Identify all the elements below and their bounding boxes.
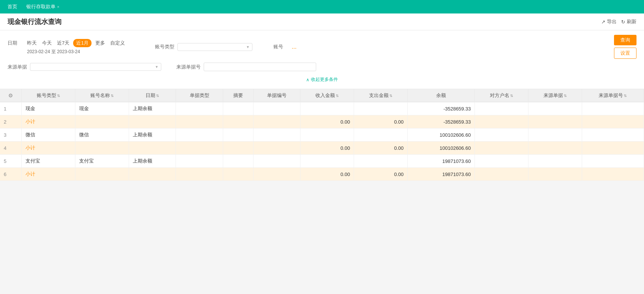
table-cell-doc_num [253, 142, 300, 155]
col-header-date[interactable]: 日期⇅ [129, 89, 176, 102]
table-cell-summary [223, 168, 253, 181]
table-cell-income [300, 155, 354, 168]
table-cell-gear: 3 [0, 128, 22, 142]
refresh-button[interactable]: ↻ 刷新 [621, 18, 636, 25]
date-option-更多[interactable]: 更多 [94, 39, 107, 47]
table-row: 6小计0.000.0019871073.60 [0, 168, 644, 181]
table-cell-doc_type [176, 102, 223, 115]
date-option-昨天[interactable]: 昨天 [26, 39, 38, 47]
table-cell-doc_num [253, 155, 300, 168]
table-cell-income [300, 102, 354, 115]
col-header-source_doc_num[interactable]: 来源单据号⇅ [582, 89, 644, 102]
table-cell-account_name: 支付宝 [75, 155, 129, 168]
table-cell-source_doc_num [582, 168, 644, 181]
table-cell-source_doc [528, 128, 582, 142]
date-range: 2023-02-24 至 2023-03-24 [27, 49, 80, 54]
col-header-summary: 摘要 [223, 89, 253, 102]
filter-area: 日期 昨天今天近7天近1月更多自定义 2023-02-24 至 2023-03-… [0, 30, 644, 89]
col-header-source_doc[interactable]: 来源单据⇅ [528, 89, 582, 102]
table-cell-account_type: 小计 [22, 168, 75, 181]
export-icon: ↗ [601, 19, 605, 25]
table-cell-balance: -3528659.33 [407, 102, 474, 115]
date-options: 昨天今天近7天近1月更多自定义 [26, 39, 126, 47]
table-cell-counterparty [475, 115, 528, 128]
date-option-近1月[interactable]: 近1月 [73, 39, 92, 47]
date-options-row: 日期 昨天今天近7天近1月更多自定义 [8, 39, 126, 47]
table-cell-balance: 100102606.60 [407, 128, 474, 142]
table-cell-expense: 0.00 [354, 115, 408, 128]
table-cell-account_type: 小计 [22, 115, 75, 128]
source-doc-num-filter: 来源单据号 [176, 63, 316, 71]
table-cell-summary [223, 115, 253, 128]
data-table: ⚙账号类型⇅账号名称⇅日期⇅单据类型摘要单据编号收入金额⇅支出金额⇅余额对方户名… [0, 89, 644, 181]
refresh-icon: ↻ [621, 19, 625, 25]
col-header-expense[interactable]: 支出金额⇅ [354, 89, 408, 102]
table-cell-expense [354, 155, 408, 168]
table-cell-doc_type [176, 168, 223, 181]
table-cell-gear: 2 [0, 115, 22, 128]
table-cell-account_type: 现金 [22, 102, 75, 115]
col-header-counterparty[interactable]: 对方户名⇅ [475, 89, 528, 102]
page-header: 现金银行流水查询 ↗ 导出 ↻ 刷新 [0, 13, 644, 30]
date-option-近7天[interactable]: 近7天 [56, 39, 71, 47]
col-header-doc_num: 单据编号 [253, 89, 300, 102]
col-header-account_name[interactable]: 账号名称⇅ [75, 89, 129, 102]
col-header-account_type[interactable]: 账号类型⇅ [22, 89, 75, 102]
source-doc-filter: 来源单据 ▾ [8, 63, 161, 71]
settings-button[interactable]: 设置 [614, 48, 636, 59]
export-button[interactable]: ↗ 导出 [601, 18, 617, 25]
collapse-icon: ∧ [306, 77, 309, 82]
date-label: 日期 [8, 40, 23, 46]
query-button[interactable]: 查询 [614, 35, 636, 45]
table-cell-balance: -3528659.33 [407, 115, 474, 128]
date-option-今天[interactable]: 今天 [41, 39, 53, 47]
nav-tab-银行存取款单[interactable]: 银行存取款单× [22, 0, 74, 13]
date-option-自定义[interactable]: 自定义 [109, 39, 126, 47]
table-cell-gear: 1 [0, 102, 22, 115]
table-cell-expense [354, 128, 408, 142]
source-doc-label: 来源单据 [8, 64, 27, 70]
table-cell-date [129, 142, 176, 155]
top-navigation: 首页 收款单×付款单×其他收入单×应收应付调整单×银行存取款单×预收冲应收单×收… [0, 0, 644, 13]
filter-row-2: 来源单据 ▾ 来源单据号 [8, 63, 636, 71]
col-header-income[interactable]: 收入金额⇅ [300, 89, 354, 102]
table-cell-account_type: 微信 [22, 128, 75, 142]
table-cell-account_type: 小计 [22, 142, 75, 155]
source-doc-select[interactable]: ▾ [30, 63, 161, 71]
table-cell-summary [223, 142, 253, 155]
table-cell-summary [223, 155, 253, 168]
table-cell-source_doc [528, 102, 582, 115]
table-header: ⚙账号类型⇅账号名称⇅日期⇅单据类型摘要单据编号收入金额⇅支出金额⇅余额对方户名… [0, 89, 644, 102]
source-doc-num-input[interactable] [204, 63, 316, 71]
table-cell-counterparty [475, 128, 528, 142]
table-cell-income: 0.00 [300, 168, 354, 181]
table-cell-expense [354, 102, 408, 115]
col-header-doc_type: 单据类型 [176, 89, 223, 102]
tab-close-icon[interactable]: × [57, 0, 59, 13]
table-cell-source_doc [528, 155, 582, 168]
table-cell-balance: 19871073.60 [407, 168, 474, 181]
action-buttons: 查询 设置 [614, 35, 636, 59]
table-body: 1现金现金上期余额-3528659.332小计0.000.00-3528659.… [0, 102, 644, 181]
table-row: 2小计0.000.00-3528659.33 [0, 115, 644, 128]
table-cell-summary [223, 128, 253, 142]
account-type-filter: 账号类型 ▾ [155, 43, 252, 51]
table-cell-source_doc [528, 142, 582, 155]
table-cell-doc_num [253, 168, 300, 181]
collapse-label: 收起更多条件 [311, 76, 338, 83]
source-doc-num-label: 来源单据号 [176, 64, 201, 70]
table-container: ⚙账号类型⇅账号名称⇅日期⇅单据类型摘要单据编号收入金额⇅支出金额⇅余额对方户名… [0, 89, 644, 181]
collapse-bar[interactable]: ∧ 收起更多条件 [8, 75, 636, 84]
account-type-select[interactable]: ▾ [177, 43, 252, 51]
gear-icon[interactable]: ⚙ [8, 93, 13, 98]
table-cell-summary [223, 102, 253, 115]
account-ellipsis[interactable]: ... [291, 43, 296, 50]
table-cell-source_doc_num [582, 128, 644, 142]
account-filter: 账号 ... [273, 43, 296, 50]
table-cell-date [129, 168, 176, 181]
chevron-down-icon-2: ▾ [156, 64, 158, 69]
header-actions: ↗ 导出 ↻ 刷新 [601, 18, 636, 25]
table-cell-counterparty [475, 102, 528, 115]
nav-home[interactable]: 首页 [3, 0, 22, 13]
table-cell-doc_type [176, 115, 223, 128]
